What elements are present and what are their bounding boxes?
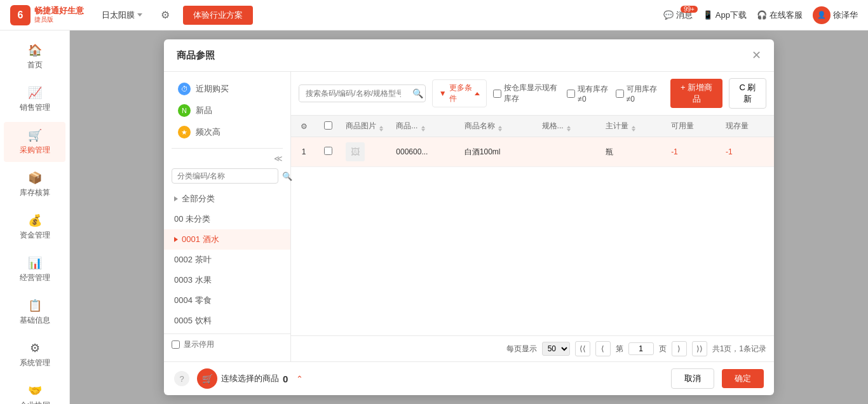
row-name: 白酒100ml: [458, 137, 536, 167]
basic-icon: 📋: [28, 299, 42, 313]
prev-page-button[interactable]: ⟨: [595, 341, 611, 356]
cat-label-fruit: 0003 水果: [174, 274, 212, 286]
th-available[interactable]: 可用量: [665, 116, 719, 137]
display-disabled-checkbox[interactable]: [172, 340, 180, 349]
available-checkbox[interactable]: [616, 90, 624, 98]
sidebar-item-inventory[interactable]: 📦 库存核算: [4, 165, 65, 205]
collapse-cart-button[interactable]: ⌃: [292, 371, 307, 386]
add-product-button[interactable]: + 新增商品: [670, 79, 722, 108]
modal-close-button[interactable]: ✕: [752, 48, 761, 62]
per-page-select[interactable]: 50: [542, 342, 570, 356]
search-box: 🔍: [299, 84, 426, 102]
logo-icon: 6: [10, 5, 31, 25]
row-checkbox[interactable]: [324, 147, 332, 155]
help-button[interactable]: ?: [174, 371, 189, 386]
category-search-row: 🔍: [164, 166, 290, 186]
stock-checkbox-label[interactable]: 现有库存≠0: [567, 84, 609, 104]
sidebar-item-finance[interactable]: 💰 资金管理: [4, 207, 65, 247]
left-panel: ⏱ 近期购买 N 新品 ★ 频次高: [164, 72, 291, 361]
user-area[interactable]: 👤 徐泽华: [813, 6, 858, 24]
next-page-button[interactable]: ⟩: [672, 341, 687, 356]
warehouse-checkbox[interactable]: [493, 90, 501, 98]
cat-item-tea[interactable]: 0002 茶叶: [164, 250, 290, 270]
cart-area: 🛒 连续选择的商品 0 ⌃: [197, 368, 307, 389]
select-all-checkbox[interactable]: [324, 121, 332, 130]
confirm-button[interactable]: 确定: [722, 369, 764, 388]
th-name[interactable]: 商品名称: [458, 116, 536, 137]
messages-button[interactable]: 💬 消息 99+: [663, 10, 693, 21]
trial-button[interactable]: 体验行业方案: [183, 6, 253, 25]
sidebar-item-home[interactable]: 🏠 首页: [4, 37, 65, 77]
logo-text-area: 畅捷通好生意 捷员版: [34, 6, 84, 25]
cat-item-beverage[interactable]: 0005 饮料: [164, 311, 290, 331]
sidebar-item-enterprise[interactable]: 🤝 企业协同: [4, 377, 65, 404]
th-stock[interactable]: 现存量: [719, 116, 774, 137]
enterprise-icon: 🤝: [28, 384, 42, 398]
th-gear: ⚙: [291, 116, 316, 137]
cat-item-fruit[interactable]: 0003 水果: [164, 270, 290, 290]
sort-spec-icon: [567, 126, 571, 131]
settings-button[interactable]: ⚙: [155, 5, 175, 25]
category-search-input[interactable]: [172, 168, 278, 184]
cat-item-snack[interactable]: 0004 零食: [164, 290, 290, 311]
available-checkbox-label[interactable]: 可用库存≠0: [616, 84, 658, 104]
cancel-button[interactable]: 取消: [671, 368, 714, 389]
page-label-2: 页: [659, 344, 667, 354]
cat-item-liquor[interactable]: 0001 酒水: [164, 229, 290, 250]
sidebar-label-finance: 资金管理: [20, 230, 50, 241]
first-page-button[interactable]: ⟨⟨: [575, 341, 590, 356]
sidebar: 🏠 首页 📈 销售管理 🛒 采购管理 📦 库存核算 💰 资金管理 📊 经营管理 …: [0, 30, 70, 404]
purchase-icon: 🛒: [28, 128, 42, 142]
sidebar-item-basic[interactable]: 📋 基础信息: [4, 292, 65, 332]
cat-arrow-active-icon: [174, 237, 178, 242]
collapse-button[interactable]: ≪: [164, 154, 290, 163]
last-page-button[interactable]: ⟩⟩: [692, 341, 707, 356]
quick-item-recent[interactable]: ⏱ 近期购买: [172, 78, 283, 100]
sidebar-item-sales[interactable]: 📈 销售管理: [4, 79, 65, 119]
quick-item-frequent[interactable]: ★ 频次高: [172, 121, 283, 143]
sidebar-item-management[interactable]: 📊 经营管理: [4, 250, 65, 290]
store-select[interactable]: 日太阳膜: [97, 7, 147, 24]
chevron-down-icon: [137, 13, 142, 17]
row-spec: [536, 137, 599, 167]
th-image-label: 商品图片: [346, 121, 376, 130]
table-body: 1 🖼 000600... 白酒100ml: [291, 137, 774, 167]
page-input[interactable]: [628, 342, 654, 355]
sidebar-label-sales: 销售管理: [20, 102, 50, 113]
online-service-button[interactable]: 🎧 在线客服: [757, 10, 803, 21]
pagination-area: 每页显示 50 ⟨⟨ ⟨ 第 页 ⟩ ⟩⟩ 共1页，1条记录: [291, 335, 774, 361]
table-row[interactable]: 1 🖼 000600... 白酒100ml: [291, 137, 774, 167]
th-unit[interactable]: 主计量: [599, 116, 665, 137]
product-search-button[interactable]: 🔍: [407, 85, 426, 102]
topbar-center: 日太阳膜 ⚙ 体验行业方案: [97, 5, 663, 25]
quick-frequent-label: 频次高: [196, 126, 220, 138]
quick-item-new[interactable]: N 新品: [172, 100, 283, 121]
right-panel: 🔍 ▼ 更多条件 按仓库显示现有库存: [291, 72, 774, 361]
product-thumbnail: 🖼: [346, 142, 365, 161]
available-checkbox-text: 可用库存≠0: [627, 84, 658, 104]
divider-1: [172, 148, 283, 149]
sort-code-icon: [421, 126, 425, 131]
th-spec-label: 规格...: [542, 121, 564, 130]
th-spec[interactable]: 规格...: [536, 116, 599, 137]
cat-item-all[interactable]: 全部分类: [164, 189, 290, 209]
app-download-button[interactable]: 📱 App下载: [703, 10, 747, 21]
th-code[interactable]: 商品...: [390, 116, 458, 137]
new-icon: N: [178, 104, 191, 117]
filter-button[interactable]: ▼ 更多条件: [432, 79, 487, 107]
warehouse-checkbox-label[interactable]: 按仓库显示现有库存: [493, 83, 560, 104]
cat-item-unclassified[interactable]: 00 未分类: [164, 209, 290, 229]
quick-new-label: 新品: [196, 105, 212, 116]
sidebar-label-purchase: 采购管理: [20, 145, 50, 156]
sidebar-item-purchase[interactable]: 🛒 采购管理: [4, 122, 65, 162]
stock-checkbox[interactable]: [567, 90, 575, 98]
refresh-button[interactable]: C 刷新: [729, 78, 766, 109]
finance-icon: 💰: [28, 213, 42, 227]
product-search-input[interactable]: [299, 86, 407, 101]
cat-label-unclassified: 00 未分类: [174, 213, 210, 225]
cart-icon[interactable]: 🛒: [197, 368, 217, 389]
cat-label-liquor: 0001 酒水: [182, 234, 219, 245]
th-image[interactable]: 商品图片: [339, 116, 390, 137]
cat-arrow-icon: [174, 196, 178, 201]
sidebar-item-system[interactable]: ⚙ 系统管理: [4, 335, 65, 375]
